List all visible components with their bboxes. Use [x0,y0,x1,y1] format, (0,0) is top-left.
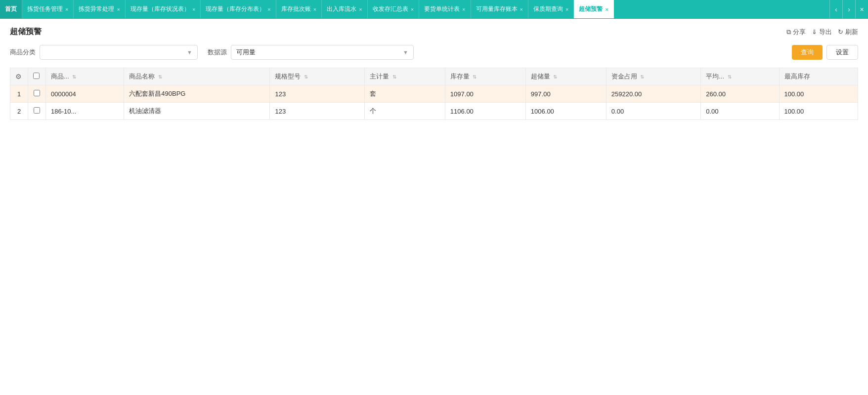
row-avg: 260.00 [701,85,779,103]
data-source-select[interactable]: 可用量 ▼ [231,45,414,60]
sort-product-name-icon[interactable]: ⇅ [158,74,162,79]
overstock-alert-label: 超储预警 [579,5,603,13]
close-avail-stock-icon[interactable]: × [520,6,523,12]
sort-spec-model-icon[interactable]: ⇅ [304,74,308,79]
th-checkbox [28,68,46,85]
nav-tab-task-mgmt[interactable]: 拣货任务管理 × [22,0,74,19]
row-main-unit: 个 [364,103,445,120]
th-main-unit-label: 主计量 [370,73,389,80]
share-button[interactable]: ⧉ 分享 [786,28,806,37]
th-max-stock[interactable]: 最高库存 [779,68,858,85]
th-product-code[interactable]: 商品... ⇅ [46,68,124,85]
export-icon: ⇓ [812,28,817,36]
nav-arrow-close-button[interactable]: × [855,0,868,19]
th-avg[interactable]: 平均... ⇅ [701,68,779,85]
nav-tab-overstock-alert[interactable]: 超储预警 × [574,0,613,19]
th-gear: ⚙ [10,68,28,85]
row-checkbox-cell [28,85,46,103]
th-product-code-label: 商品... [51,73,69,80]
nav-arrows-container: ‹ › × [829,0,868,19]
table-body: 1 0000004 六配套新昌490BPG 123 套 1097.00 997.… [10,85,858,120]
row-product-code: 186-10... [46,103,124,120]
close-order-stats-icon[interactable]: × [462,6,465,12]
sort-avg-icon[interactable]: ⇅ [728,74,732,79]
th-spec-model[interactable]: 规格型号 ⇅ [270,68,364,85]
close-stock-status-icon[interactable]: × [192,6,195,12]
nav-arrow-left-button[interactable]: ‹ [829,0,842,19]
nav-tab-batch-ledger[interactable]: 库存批次账 × [276,0,322,19]
th-stock-qty[interactable]: 库存量 ⇅ [445,68,525,85]
row-product-name: 六配套新昌490BPG [124,85,270,103]
recv-send-label: 收发存汇总表 [373,5,408,13]
close-overstock-alert-icon[interactable]: × [605,6,608,12]
batch-ledger-label: 库存批次账 [281,5,311,13]
filter-actions: 查询 设置 [792,45,858,60]
settings-button[interactable]: 设置 [826,45,858,60]
sort-overstock-qty-icon[interactable]: ⇅ [553,74,557,79]
close-stock-dist-icon[interactable]: × [267,6,270,12]
nav-tab-inout-flow[interactable]: 出入库流水 × [322,0,367,19]
row-checkbox[interactable] [34,107,40,114]
th-capital-occ-label: 资金占用 [611,73,637,80]
th-avg-label: 平均... [706,73,724,80]
page-title: 超储预警 [10,27,42,37]
th-capital-occ[interactable]: 资金占用 ⇅ [606,68,700,85]
refresh-button[interactable]: ↻ 刷新 [838,28,858,37]
select-all-checkbox[interactable] [33,73,40,79]
data-source-value: 可用量 [236,48,256,57]
row-number: 2 [10,103,28,120]
avail-stock-label: 可用量库存账本 [476,5,518,13]
exception-label: 拣货异常处理 [79,5,114,13]
nav-tab-quality-check[interactable]: 保质期查询 × [528,0,574,19]
close-quality-check-icon[interactable]: × [565,6,568,12]
page-header: 超储预警 ⧉ 分享 ⇓ 导出 ↻ 刷新 [10,27,858,37]
row-product-name: 机油滤清器 [124,103,270,120]
nav-tab-home[interactable]: 首页 [0,0,22,19]
row-spec-model: 123 [270,85,364,103]
query-button[interactable]: 查询 [792,45,823,60]
close-exception-icon[interactable]: × [117,6,120,12]
close-recv-send-icon[interactable]: × [411,6,414,12]
gear-settings-icon[interactable]: ⚙ [15,73,22,80]
row-capital-occ: 259220.00 [606,85,700,103]
close-inout-flow-icon[interactable]: × [359,6,362,12]
table-header-row: ⚙ 商品... ⇅ 商品名称 ⇅ 规格型号 ⇅ 主计量 [10,68,858,85]
task-mgmt-label: 拣货任务管理 [27,5,63,13]
share-icon: ⧉ [786,28,791,36]
row-checkbox[interactable] [34,90,40,96]
th-main-unit[interactable]: 主计量 ⇅ [364,68,445,85]
page-content: 超储预警 ⧉ 分享 ⇓ 导出 ↻ 刷新 商品分类 ▼ 数据源 [0,19,868,395]
row-main-unit: 套 [364,85,445,103]
sort-main-unit-icon[interactable]: ⇅ [392,74,396,79]
sort-product-code-icon[interactable]: ⇅ [72,74,76,79]
product-category-chevron-icon: ▼ [187,49,192,55]
close-batch-ledger-icon[interactable]: × [313,6,316,12]
sort-capital-occ-icon[interactable]: ⇅ [640,74,644,79]
nav-tab-exception[interactable]: 拣货异常处理 × [74,0,125,19]
th-product-name[interactable]: 商品名称 ⇅ [124,68,270,85]
nav-tab-avail-stock[interactable]: 可用量库存账本 × [471,0,528,19]
order-stats-label: 要货单统计表 [424,5,460,13]
product-category-select[interactable]: ▼ [40,45,198,60]
nav-tab-stock-dist[interactable]: 现存量（库存分布表） × [201,0,276,19]
nav-tab-recv-send[interactable]: 收发存汇总表 × [368,0,419,19]
sort-stock-qty-icon[interactable]: ⇅ [473,74,477,79]
nav-tab-stock-status[interactable]: 现存量（库存状况表） × [126,0,201,19]
nav-tab-order-stats[interactable]: 要货单统计表 × [419,0,471,19]
row-spec-model: 123 [270,103,364,120]
product-category-filter: 商品分类 ▼ [10,45,198,60]
data-source-label: 数据源 [208,48,227,57]
row-avg: 0.00 [701,103,779,120]
nav-arrow-right-button[interactable]: › [842,0,855,19]
row-product-code: 0000004 [46,85,124,103]
close-task-mgmt-icon[interactable]: × [65,6,68,12]
row-stock-qty: 1097.00 [445,85,525,103]
filter-row: 商品分类 ▼ 数据源 可用量 ▼ 查询 设置 [10,45,858,60]
header-actions: ⧉ 分享 ⇓ 导出 ↻ 刷新 [786,28,858,37]
th-overstock-qty[interactable]: 超储量 ⇅ [525,68,606,85]
th-overstock-qty-label: 超储量 [531,73,550,80]
table-header: ⚙ 商品... ⇅ 商品名称 ⇅ 规格型号 ⇅ 主计量 [10,68,858,85]
th-product-name-label: 商品名称 [129,73,155,80]
export-button[interactable]: ⇓ 导出 [812,28,832,37]
data-source-filter: 数据源 可用量 ▼ [208,45,414,60]
